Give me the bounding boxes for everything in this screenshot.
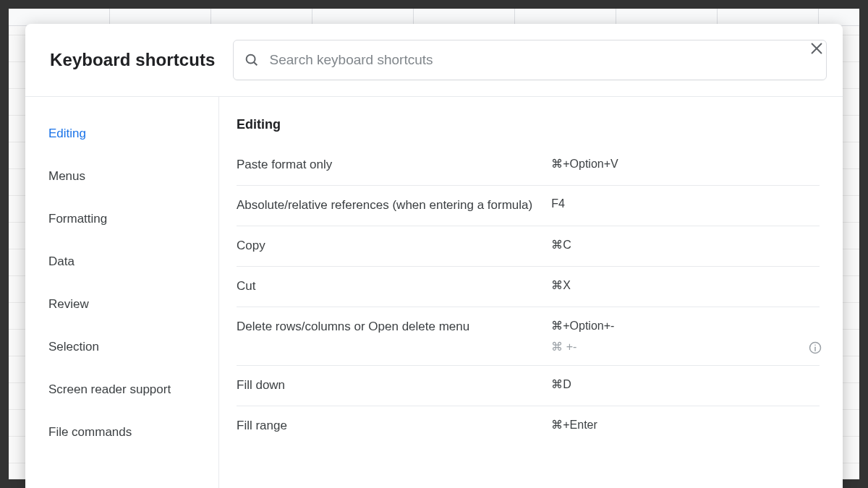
shortcut-row: Delete rows/columns or Open delete menu⌘…	[237, 307, 820, 366]
shortcut-row: Fill down⌘D	[237, 366, 820, 406]
sidebar-item-label: Screen reader support	[48, 382, 171, 396]
sidebar-item-data[interactable]: Data	[25, 241, 218, 283]
sidebar-item-label: Menus	[48, 169, 85, 183]
close-button[interactable]	[802, 34, 831, 63]
sidebar-item-selection[interactable]: Selection	[25, 326, 218, 369]
close-icon	[809, 40, 825, 56]
shortcut-keys: ⌘+Enter	[551, 418, 820, 432]
shortcut-row: Paste format only⌘+Option+V	[237, 145, 820, 186]
sidebar-item-label: Review	[48, 297, 89, 311]
shortcut-label: Fill range	[237, 418, 551, 435]
dialog-header: Keyboard shortcuts	[25, 24, 843, 97]
sidebar-item-screen-reader-support[interactable]: Screen reader support	[25, 369, 218, 411]
shortcut-keys: ⌘+Option+-	[551, 319, 820, 333]
svg-point-6	[814, 344, 816, 346]
category-sidebar[interactable]: EditingMenusFormattingDataReviewSelectio…	[25, 97, 219, 488]
sidebar-item-editing[interactable]: Editing	[25, 113, 218, 155]
shortcut-keys-column: ⌘+Option+V	[551, 157, 820, 171]
keyboard-shortcuts-dialog: Keyboard shortcuts EditingMenusFormattin…	[25, 24, 843, 488]
shortcut-keys-column: ⌘D	[551, 377, 820, 391]
dialog-body: EditingMenusFormattingDataReviewSelectio…	[25, 97, 843, 488]
shortcut-keys: ⌘C	[551, 238, 820, 252]
shortcut-keys-column: ⌘C	[551, 238, 820, 252]
svg-line-1	[253, 62, 256, 65]
shortcut-keys-column: ⌘X	[551, 278, 820, 292]
shortcut-row: Cut⌘X	[237, 267, 820, 307]
shortcuts-content[interactable]: Editing Paste format only⌘+Option+VAbsol…	[219, 97, 843, 488]
section-title: Editing	[237, 117, 820, 132]
sidebar-item-label: Formatting	[48, 212, 107, 226]
sidebar-item-review[interactable]: Review	[25, 283, 218, 326]
shortcut-keys: ⌘D	[551, 377, 820, 391]
sidebar-item-label: File commands	[48, 425, 132, 439]
sidebar-item-file-commands[interactable]: File commands	[25, 411, 218, 454]
shortcut-keys-column: ⌘+Option+-⌘ +-	[551, 319, 820, 354]
info-icon[interactable]	[808, 341, 822, 358]
shortcut-label: Paste format only	[237, 157, 551, 174]
shortcut-keys-column: F4	[551, 197, 820, 210]
shortcut-row: Fill range⌘+Enter	[237, 406, 820, 446]
sidebar-item-formatting[interactable]: Formatting	[25, 198, 218, 241]
sidebar-item-label: Editing	[48, 127, 86, 140]
shortcut-label: Absolute/relative references (when enter…	[237, 197, 551, 214]
shortcut-keys-column: ⌘+Enter	[551, 418, 820, 432]
shortcuts-list: Paste format only⌘+Option+VAbsolute/rela…	[237, 145, 820, 446]
sidebar-item-label: Data	[48, 254, 75, 268]
shortcut-row: Copy⌘C	[237, 226, 820, 267]
shortcut-keys-alt: ⌘ +-	[551, 340, 820, 354]
search-icon	[244, 52, 260, 68]
sidebar-item-label: Selection	[48, 340, 99, 354]
shortcut-keys: F4	[551, 197, 820, 210]
shortcut-keys: ⌘X	[551, 278, 820, 292]
search-field-wrapper[interactable]	[233, 40, 827, 80]
search-input[interactable]	[260, 52, 816, 68]
shortcut-row: Absolute/relative references (when enter…	[237, 186, 820, 226]
shortcut-keys: ⌘+Option+V	[551, 157, 820, 171]
svg-point-0	[246, 55, 255, 64]
shortcut-label: Delete rows/columns or Open delete menu	[237, 319, 551, 335]
shortcut-label: Cut	[237, 278, 551, 295]
shortcut-label: Copy	[237, 238, 551, 254]
shortcut-label: Fill down	[237, 377, 551, 394]
sidebar-item-menus[interactable]: Menus	[25, 155, 218, 198]
dialog-title: Keyboard shortcuts	[50, 50, 216, 70]
